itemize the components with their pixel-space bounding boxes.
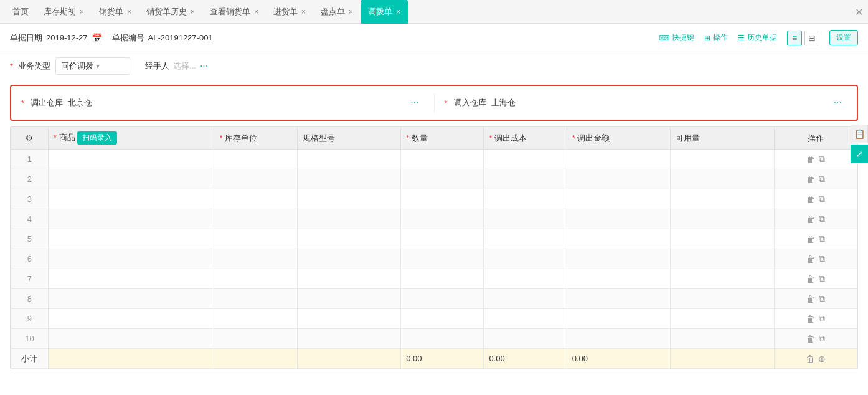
row-number: 4: [11, 209, 49, 229]
unit-cell: [214, 349, 297, 369]
close-icon[interactable]: ×: [191, 7, 195, 16]
delete-icon[interactable]: 🗑: [806, 294, 815, 304]
copy-icon[interactable]: ⧉: [819, 194, 825, 204]
warehouse-in-label: 调入仓库: [454, 97, 486, 108]
product-cell[interactable]: [48, 269, 214, 289]
items-table: ⚙ 商品 扫码录入 库存单位 规格型号 数量 调出成本 调出金额 可用量 操作 …: [11, 126, 857, 369]
amount-cell: [567, 189, 671, 209]
copy-icon[interactable]: ⧉: [819, 214, 825, 224]
shortcuts-action[interactable]: ⌨ 快捷键: [659, 32, 694, 43]
ops-cell: 🗑⧉: [774, 329, 857, 349]
spec-cell: [297, 309, 401, 329]
unit-cell: [214, 289, 297, 309]
table-row: 4🗑⧉: [11, 209, 857, 229]
delete-icon[interactable]: 🗑: [806, 254, 815, 264]
calendar-icon[interactable]: 📅: [92, 33, 102, 43]
tab-stocktake[interactable]: 盘点单 ×: [313, 0, 361, 24]
gear-column-header[interactable]: ⚙: [11, 127, 49, 150]
business-type-select[interactable]: 同价调拨 ▾: [55, 57, 130, 75]
note-button[interactable]: 📋: [851, 125, 868, 143]
copy-icon[interactable]: ⧉: [819, 154, 825, 164]
layout-list-button[interactable]: ≡: [787, 31, 802, 45]
doc-num-value: AL-20191227-001: [148, 33, 213, 42]
delete-icon[interactable]: 🗑: [806, 354, 814, 364]
tab-inventory-init[interactable]: 库存期初 ×: [36, 0, 92, 24]
qty-cell: [401, 269, 484, 289]
tab-sales-order[interactable]: 销货单 ×: [92, 0, 139, 24]
copy-icon[interactable]: ⧉: [819, 274, 825, 284]
table-body: 1🗑⧉2🗑⧉3🗑⧉4🗑⧉5🗑⧉6🗑⧉7🗑⧉8🗑⧉9🗑⧉10🗑⧉小计0.000.0…: [11, 150, 857, 369]
product-cell[interactable]: [48, 189, 214, 209]
product-cell[interactable]: [48, 169, 214, 189]
table-row: 3🗑⧉: [11, 189, 857, 209]
tab-sales-history[interactable]: 销货单历史 ×: [139, 0, 202, 24]
close-icon[interactable]: ×: [127, 7, 131, 16]
unit-cell: [214, 329, 297, 349]
delete-icon[interactable]: 🗑: [806, 234, 815, 244]
tab-bar-close-button[interactable]: ✕: [855, 6, 863, 17]
qty-cell: [401, 249, 484, 269]
copy-icon[interactable]: ⧉: [819, 293, 825, 304]
close-icon[interactable]: ×: [80, 7, 84, 16]
delete-icon[interactable]: 🗑: [806, 274, 815, 284]
product-cell[interactable]: [48, 209, 214, 229]
scan-button[interactable]: 扫码录入: [77, 131, 117, 145]
product-cell[interactable]: [48, 229, 214, 249]
avail-cell: [671, 169, 775, 189]
form-header-right: ⌨ 快捷键 ⊞ 操作 ☰ 历史单据 ≡ ⊟ 设置: [659, 30, 858, 45]
spec-cell: [297, 289, 401, 309]
amount-cell: [567, 269, 671, 289]
product-cell[interactable]: [48, 289, 214, 309]
close-icon[interactable]: ×: [349, 7, 353, 16]
tab-bar: 首页 库存期初 × 销货单 × 销货单历史 × 查看销货单 × 进货单 × 盘点…: [0, 0, 868, 24]
settings-button[interactable]: 设置: [829, 30, 858, 45]
product-column-header: 商品 扫码录入: [48, 127, 214, 150]
delete-icon[interactable]: 🗑: [806, 214, 815, 224]
table-header-row: ⚙ 商品 扫码录入 库存单位 规格型号 数量 调出成本 调出金额 可用量 操作: [11, 127, 857, 150]
table-row: 7🗑⧉: [11, 269, 857, 289]
cost-cell: [484, 229, 567, 249]
copy-icon[interactable]: ⧉: [819, 313, 825, 324]
expand-button[interactable]: ⤢: [851, 145, 868, 163]
amount-cell: [567, 329, 671, 349]
qty-cell: [401, 329, 484, 349]
operations-action[interactable]: ⊞ 操作: [704, 32, 728, 43]
close-icon[interactable]: ×: [396, 7, 400, 16]
delete-icon[interactable]: 🗑: [806, 194, 815, 204]
warehouse-out-more-icon[interactable]: ···: [405, 97, 423, 108]
delete-icon[interactable]: 🗑: [806, 334, 815, 344]
table-row: 10🗑⧉: [11, 329, 857, 349]
avail-cell: [671, 189, 775, 209]
history-action[interactable]: ☰ 历史单据: [738, 32, 777, 43]
tab-view-sales[interactable]: 查看销货单 ×: [202, 0, 266, 24]
product-cell[interactable]: [48, 309, 214, 329]
unit-cell: [214, 150, 297, 169]
delete-icon[interactable]: 🗑: [806, 174, 815, 184]
delete-icon[interactable]: 🗑: [806, 155, 815, 164]
tab-transfer[interactable]: 调拨单 ×: [361, 0, 408, 24]
warehouse-in-more-icon[interactable]: ···: [829, 97, 847, 108]
person-more-icon[interactable]: ···: [200, 60, 208, 72]
product-cell[interactable]: [48, 150, 214, 169]
copy-icon[interactable]: ⧉: [819, 254, 825, 264]
add-row-icon[interactable]: ⊕: [818, 354, 826, 364]
close-icon[interactable]: ×: [301, 7, 306, 16]
row-number: 7: [11, 269, 49, 289]
close-icon[interactable]: ×: [254, 7, 258, 16]
product-cell[interactable]: [48, 329, 214, 349]
person-placeholder[interactable]: 选择...: [173, 60, 196, 72]
copy-icon[interactable]: ⧉: [819, 174, 825, 184]
copy-icon[interactable]: ⧉: [819, 234, 825, 244]
items-table-container: ⚙ 商品 扫码录入 库存单位 规格型号 数量 调出成本 调出金额 可用量 操作 …: [10, 126, 858, 369]
copy-icon[interactable]: ⧉: [819, 333, 825, 344]
cost-cell: [484, 289, 567, 309]
delete-icon[interactable]: 🗑: [806, 314, 815, 324]
product-cell[interactable]: [48, 249, 214, 269]
qty-cell: [401, 289, 484, 309]
warehouse-out-field: * 调出仓库 北京仓 ···: [21, 97, 424, 108]
layout-toggle: ≡ ⊟: [787, 31, 819, 45]
layout-grid-button[interactable]: ⊟: [804, 31, 819, 45]
tab-purchase-order[interactable]: 进货单 ×: [266, 0, 313, 24]
amount-cell: [567, 150, 671, 169]
tab-home[interactable]: 首页: [5, 0, 36, 24]
